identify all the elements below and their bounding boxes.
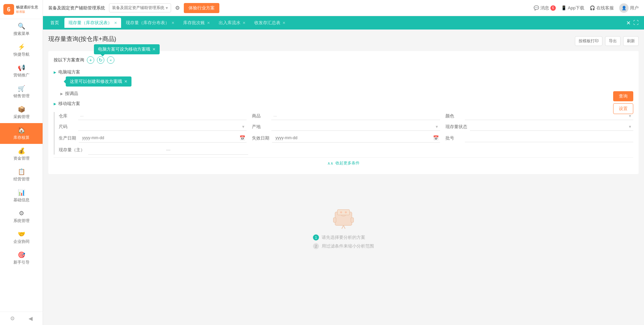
sidebar-item-搜索菜单[interactable]: 🔍搜索菜单	[0, 19, 43, 40]
produce-date-filter: 生产日期 📅	[59, 133, 247, 143]
nav-icon-7: 📋	[18, 168, 25, 175]
sidebar-item-销售管理[interactable]: 🛒销售管理	[0, 82, 43, 102]
produce-date-input[interactable]	[80, 134, 238, 142]
query-btn[interactable]: 查询	[613, 91, 633, 101]
plan-subitem[interactable]: ▶ 按调品	[60, 89, 633, 98]
sidebar-item-资金管理[interactable]: 💰资金管理	[0, 144, 43, 165]
sidebar-item-库存核算[interactable]: 🏠库存核算	[0, 123, 43, 144]
nav-label-1: 快捷导航	[13, 52, 30, 57]
tab-0[interactable]: 现存量（库存状况表）✕	[64, 18, 121, 28]
warehouse-input[interactable]: ···	[78, 112, 247, 120]
add-plan-btn[interactable]: +	[87, 56, 94, 64]
sidebar-item-经营管理[interactable]: 📋经营管理	[0, 165, 43, 185]
plan-desktop-node[interactable]: ▶ 电脑端方案	[54, 68, 633, 76]
svg-point-3	[345, 211, 347, 213]
sidebar-item-快捷导航[interactable]: ⚡快捷导航	[0, 40, 43, 61]
fullscreen-icon[interactable]: ⛶	[633, 20, 639, 26]
tab-close-1[interactable]: ✕	[171, 21, 174, 25]
gear-icon[interactable]: ⚙	[175, 5, 180, 11]
settings-btn[interactable]: 设置	[613, 103, 633, 114]
tooltip-scheme-create: 这里可以创建和修改方案哦 ✕	[66, 76, 131, 87]
close-all-icon[interactable]: ✕	[626, 20, 631, 26]
nav-label-6: 资金管理	[13, 156, 30, 161]
size-input[interactable]: ▾	[78, 123, 247, 131]
headset-icon: 🎧	[590, 5, 595, 10]
stock-main-label: 现存量（主）	[59, 147, 86, 153]
user-label: 用户	[630, 5, 639, 11]
stock-main-input-to[interactable]	[172, 146, 247, 154]
nav-icon-0: 🔍	[18, 22, 25, 30]
online-support-btn[interactable]: 🎧 在线客服	[590, 5, 614, 11]
sidebar-item-营销推广[interactable]: 📢营销推广	[0, 61, 43, 82]
stock-main-input-from[interactable]	[90, 146, 165, 154]
expire-date-calendar-icon[interactable]: 📅	[433, 135, 439, 141]
chevron-down-icon: ▾	[166, 5, 168, 10]
tab-close-2[interactable]: ✕	[207, 21, 210, 25]
produce-date-calendar-icon[interactable]: 📅	[239, 135, 245, 141]
batch-filter: 批号	[445, 133, 633, 143]
refresh-btn[interactable]: 刷新	[623, 36, 639, 46]
tab-close-0[interactable]: ✕	[114, 21, 117, 25]
tooltip2-close[interactable]: ✕	[124, 79, 127, 84]
tab-home[interactable]: 首页	[46, 18, 64, 28]
sidebar-item-基础信息[interactable]: 📊基础信息	[0, 185, 43, 206]
origin-input[interactable]: ▾	[271, 123, 440, 131]
user-profile-btn[interactable]: 👤 用户	[619, 3, 639, 13]
plan-mobile-node[interactable]: ▶ 移动端方案	[54, 99, 633, 108]
tab-3[interactable]: 出入库流水✕	[215, 18, 250, 28]
settings-footer-icon[interactable]: ⚙	[10, 315, 15, 322]
batch-input[interactable]	[465, 134, 633, 142]
search-panel: 按以下方案查询 + ↻ « 电脑方案可设为移动方案哦 ✕ ▶ 电脑端方案	[48, 51, 639, 174]
collapse-btn[interactable]: ∧∧ 收起更多条件	[54, 157, 633, 169]
system-title: 装备及固定资产辅助管理系统	[48, 5, 105, 11]
expire-date-filter: 失效日期 📅	[252, 133, 440, 143]
tab-label-0: 现存量（库存状况表）	[68, 20, 112, 26]
query-btns: 查询 设置	[613, 91, 633, 114]
refresh-plan-btn[interactable]: ↻	[97, 56, 104, 64]
prev-plan-btn[interactable]: «	[107, 56, 114, 64]
tab-close-4[interactable]: ✕	[282, 21, 285, 25]
tab-close-3[interactable]: ✕	[243, 21, 246, 25]
tab-label-3: 出入库流水	[219, 20, 240, 26]
stock-status-input[interactable]: ▾	[470, 123, 633, 131]
expire-date-input[interactable]	[273, 134, 431, 142]
tooltip2-text: 这里可以创建和修改方案哦	[70, 78, 122, 85]
stock-status-label: 现存量状态	[445, 124, 467, 130]
tab-2[interactable]: 库存批次账✕	[179, 18, 214, 28]
sidebar-item-新手引导[interactable]: 🎯新手引导	[0, 248, 43, 269]
expand-icon: ▶	[54, 70, 56, 74]
origin-label: 产地	[252, 124, 269, 130]
color-label: 颜色	[445, 113, 462, 119]
industry-btn[interactable]: 体验行业方案	[184, 3, 219, 13]
message-badge: 6	[550, 5, 556, 11]
sidebar-item-系统管理[interactable]: ⚙系统管理	[0, 206, 43, 227]
nav-label-3: 销售管理	[13, 93, 30, 99]
nav-icon-6: 💰	[18, 147, 25, 155]
nav-icon-11: 🎯	[18, 251, 25, 259]
nav-label-11: 新手引导	[13, 260, 30, 265]
sidebar-item-企业协同[interactable]: 🤝企业协同	[0, 227, 43, 248]
message-icon: 💬	[534, 5, 539, 10]
export-btn[interactable]: 导出	[605, 36, 621, 46]
collapse-sidebar-icon[interactable]: ◀	[29, 315, 33, 322]
svg-line-6	[342, 225, 343, 229]
goods-input[interactable]: ···	[271, 112, 440, 120]
system-selector[interactable]: 装备及固定资产辅助管理系统 ▾	[109, 3, 171, 12]
tab-4[interactable]: 收发存汇总表✕	[250, 18, 289, 28]
print-btn[interactable]: 按模板打印	[575, 36, 602, 46]
color-input[interactable]: ▾	[465, 112, 633, 120]
nav-icon-8: 📊	[18, 189, 25, 196]
nav-icon-4: 📦	[18, 106, 25, 113]
sidebar-item-采购管理[interactable]: 📦采购管理	[0, 102, 43, 123]
message-btn[interactable]: 💬 消息 6	[534, 5, 556, 11]
batch-label: 批号	[445, 135, 462, 141]
tabs-bar: 首页 现存量（库存状况表）✕现存量（库存分布表）✕库存批次账✕出入库流水✕收发存…	[43, 16, 644, 30]
svg-point-2	[340, 211, 342, 213]
tooltip1-close[interactable]: ✕	[152, 47, 156, 52]
app-download-btn[interactable]: 📱 App下载	[561, 5, 584, 11]
tab-1[interactable]: 现存量（库存分布表）✕	[122, 18, 178, 28]
stock-range-dash: —	[166, 147, 170, 152]
plan-mobile-label: 移动端方案	[58, 101, 80, 107]
size-filter: 尺码 ▾	[59, 123, 247, 131]
main-area: 装备及固定资产辅助管理系统 装备及固定资产辅助管理系统 ▾ ⚙ 体验行业方案 💬…	[43, 0, 644, 325]
